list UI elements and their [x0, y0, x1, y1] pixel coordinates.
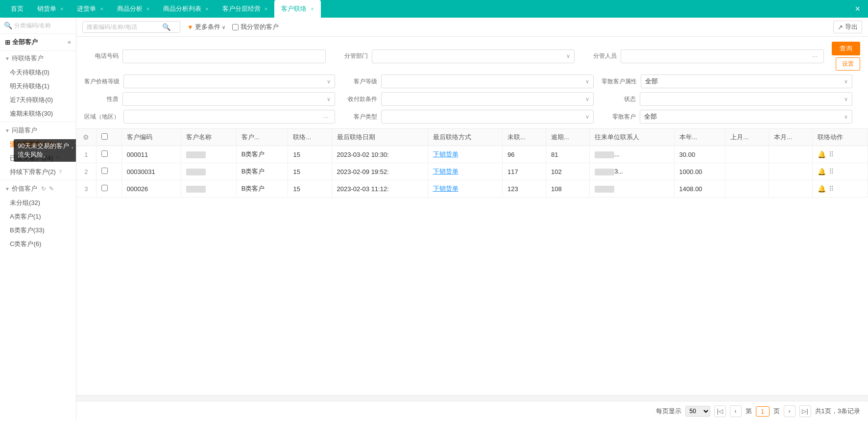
contact-method-link[interactable]: 下销货单: [433, 185, 458, 192]
query-btn[interactable]: 查询: [832, 42, 860, 55]
row-last-contact-method[interactable]: 下销货单: [428, 146, 502, 163]
close-customer-contact-tab[interactable]: ×: [311, 0, 313, 18]
row-checkbox[interactable]: [96, 146, 121, 163]
row-last-contact-method[interactable]: 下销货单: [428, 163, 502, 180]
sidebar-item-a-class[interactable]: A类客户(1): [0, 210, 76, 223]
contact-icon[interactable]: 🔔: [818, 185, 826, 193]
my-customers-check[interactable]: 我分管的客户: [232, 23, 279, 31]
value-refresh-icon[interactable]: ↻: [41, 185, 46, 192]
more-action-icon[interactable]: ⠿: [829, 150, 834, 158]
search-input[interactable]: [87, 24, 160, 30]
row-last-contact-method[interactable]: 下销货单: [428, 180, 502, 198]
sidebar-search-input[interactable]: [14, 22, 76, 29]
region-select[interactable]: ···: [123, 110, 335, 124]
nav-tab-analysis[interactable]: 商品分析 ×: [110, 0, 156, 18]
close-analysis-list-tab[interactable]: ×: [205, 0, 208, 18]
row-checkbox[interactable]: [96, 180, 121, 198]
retail-cust-select[interactable]: 全部∨: [640, 110, 852, 124]
filter-row-1: 电话号码 分管部门 ∨ 分管人员 ··· 查询 设置: [84, 42, 860, 71]
advanced-filter-panel: 电话号码 分管部门 ∨ 分管人员 ··· 查询 设置: [76, 37, 868, 129]
settings-btn[interactable]: 设置: [836, 57, 860, 71]
th-action: 联络动作: [813, 129, 868, 146]
sidebar-item-declining[interactable]: 持续下滑客户(2) ?: [0, 165, 76, 179]
first-page-btn[interactable]: |◁: [714, 405, 726, 417]
contact-icon[interactable]: 🔔: [818, 150, 826, 158]
sidebar-section-value[interactable]: ▼ 价值客户 ↻ ✎: [0, 181, 76, 196]
sidebar-item-b-class[interactable]: B类客户(33): [0, 223, 76, 237]
phone-input[interactable]: [122, 50, 326, 63]
close-window-btn[interactable]: ×: [851, 4, 864, 14]
row-type: B类客户: [236, 180, 288, 198]
current-page[interactable]: 1: [756, 406, 770, 417]
export-btn[interactable]: ↗ 导出: [833, 21, 862, 33]
sidebar-section-waiting[interactable]: ▼ 待联络客户: [0, 51, 76, 66]
sidebar-all-customers[interactable]: ⊞ 全部客户 «: [0, 34, 76, 51]
sidebar-item-ungroup[interactable]: 未分组(32): [0, 196, 76, 210]
close-customer-tier-tab[interactable]: ×: [265, 0, 267, 18]
h-scrollbar[interactable]: [76, 395, 868, 401]
contact-method-link[interactable]: 下销货单: [433, 150, 458, 158]
sidebar-item-tomorrow[interactable]: 明天待联络(1): [0, 79, 76, 93]
region-dots[interactable]: ···: [321, 113, 331, 121]
dept-select[interactable]: ∨: [372, 50, 575, 63]
row-action[interactable]: 🔔 ⠿: [813, 163, 868, 180]
cust-type-select[interactable]: ∨: [381, 110, 594, 124]
nav-tab-customer-contact[interactable]: 客户联络 ×: [274, 0, 320, 18]
nav-tab-analysis-list[interactable]: 商品分析列表 ×: [156, 0, 215, 18]
manager-select[interactable]: ···: [621, 50, 824, 63]
row-last-month: [725, 146, 769, 163]
sidebar-item-today[interactable]: 今天待联络(0): [0, 66, 76, 79]
sidebar-item-c-class[interactable]: C类客户(6): [0, 237, 76, 251]
more-action-icon[interactable]: ⠿: [829, 185, 834, 193]
grid-icon: ⊞: [5, 39, 10, 46]
nav-tab-sales[interactable]: 销货单 ×: [30, 0, 70, 18]
contact-method-link[interactable]: 下销货单: [433, 168, 458, 175]
row-last-month: [725, 180, 769, 198]
sidebar-item-churned[interactable]: 已流失客户(24) ?: [0, 151, 76, 165]
filter-row-4: 区域（地区） ··· 客户类型 ∨ 零散客户 全部∨: [84, 110, 860, 124]
status-select[interactable]: ∨: [640, 92, 852, 106]
close-sales-tab[interactable]: ×: [60, 0, 63, 18]
filter-icon: ▼: [187, 24, 193, 31]
row-action[interactable]: 🔔 ⠿: [813, 180, 868, 198]
gender-select[interactable]: ∨: [122, 92, 335, 106]
last-page-btn[interactable]: ▷|: [799, 405, 811, 417]
select-all-checkbox[interactable]: [101, 133, 108, 140]
sidebar-section-problem[interactable]: ▼ 问题客户: [0, 123, 76, 138]
row-index: 3: [76, 180, 96, 198]
sidebar-collapse-btn[interactable]: «: [68, 39, 71, 46]
row-select-checkbox[interactable]: [101, 168, 108, 174]
payment-select[interactable]: ∨: [381, 92, 594, 106]
nav-tab-home[interactable]: 首页: [4, 0, 30, 18]
nav-tab-purchase[interactable]: 进货单 ×: [70, 0, 110, 18]
row-action[interactable]: 🔔 ⠿: [813, 146, 868, 163]
price-level-select[interactable]: ∨: [123, 74, 335, 88]
sidebar-item-overdue[interactable]: 逾期未联络(30): [0, 107, 76, 121]
sidebar-item-churn-warning[interactable]: 流失预警客户(3) ℹ: [0, 138, 76, 151]
row-checkbox[interactable]: [96, 163, 121, 180]
retail-attr-select[interactable]: 全部∨: [641, 74, 852, 88]
close-analysis-tab[interactable]: ×: [146, 0, 149, 18]
more-action-icon[interactable]: ⠿: [829, 168, 834, 175]
manager-dots[interactable]: ···: [810, 52, 820, 60]
row-last-contact-date: 2023-03-02 10:30:: [332, 146, 428, 163]
close-purchase-tab[interactable]: ×: [100, 0, 103, 18]
value-edit-icon[interactable]: ✎: [49, 185, 54, 192]
my-customers-checkbox[interactable]: [232, 24, 239, 30]
th-checkbox[interactable]: [96, 129, 121, 146]
row-select-checkbox[interactable]: [101, 185, 108, 191]
page-size-select[interactable]: 50 100 200: [685, 406, 710, 417]
row-select-checkbox[interactable]: [101, 150, 108, 157]
nav-tab-customer-tier[interactable]: 客户分层经营 ×: [216, 0, 274, 18]
search-icon[interactable]: 🔍: [162, 23, 170, 31]
prev-page-btn[interactable]: ‹: [730, 405, 742, 417]
row-code: 000026: [121, 180, 181, 198]
th-gear[interactable]: ⚙: [76, 129, 96, 146]
filter-cell-region: 区域（地区） ···: [84, 110, 343, 124]
contact-icon[interactable]: 🔔: [818, 168, 826, 175]
next-page-btn[interactable]: ›: [784, 405, 796, 417]
cust-level-select[interactable]: ∨: [381, 74, 594, 88]
sidebar-item-7days[interactable]: 近7天待联络(0): [0, 93, 76, 107]
row-name: [181, 180, 236, 198]
more-conditions-btn[interactable]: ▼ 更多条件 ∨: [184, 21, 228, 33]
